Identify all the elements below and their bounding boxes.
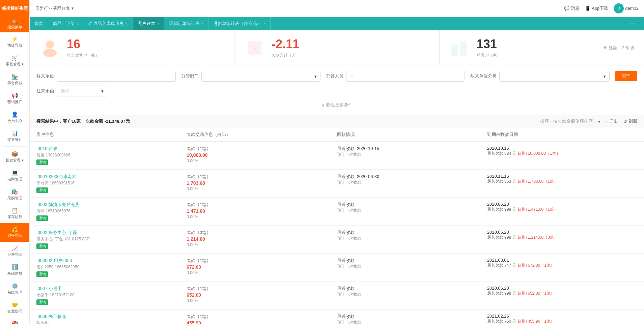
- customer-name-link[interactable]: [0006]去下粮仓: [36, 314, 187, 320]
- tab-minimize-button[interactable]: —: [630, 21, 635, 27]
- export-button[interactable]: ↑ 导出: [606, 118, 618, 124]
- sidebar-item-ecommerce[interactable]: 💻 电商管理: [0, 166, 29, 185]
- overdue-info: 最长欠款 747 天 超期¥672.00（1笔）: [487, 263, 637, 268]
- app-download-label: App下载: [592, 5, 608, 11]
- source-unit-input[interactable]: ···: [57, 71, 176, 82]
- message-button[interactable]: 💬 消息: [564, 5, 580, 11]
- tab-product-history-close[interactable]: ×: [126, 22, 128, 26]
- overdue-link[interactable]: 超期¥1,214.00（3笔）: [517, 235, 558, 240]
- overdue-link[interactable]: 超期¥1,471.00（1笔）: [517, 207, 558, 212]
- debt-count: 欠款（1笔）: [187, 202, 337, 208]
- debt-amount-icon: ¥: [245, 38, 265, 58]
- tab-purchase-stats[interactable]: 进货单统计表（按商品） ×: [208, 17, 271, 30]
- tab-customer-account[interactable]: 客户账本 ×: [133, 17, 164, 30]
- sidebar-item-operations[interactable]: 📈 经营管理: [0, 242, 29, 261]
- header-debt-info: 欠款交易信息（占比）: [187, 131, 337, 138]
- member-label: 会员中心: [1, 118, 28, 123]
- top-bar: 母婴行业演示账套 ▾ 💬 消息 📱 App下载 D demo2: [30, 0, 644, 17]
- tab-maximize-button[interactable]: □: [638, 21, 641, 27]
- customer-name-link[interactable]: [0016]吕俊: [36, 146, 187, 152]
- sidebar-item-purchase[interactable]: 🛍️ 采购管理: [0, 185, 29, 204]
- app-name: 母婴行业演示账套: [35, 5, 70, 11]
- sidebar-item-marketing[interactable]: 📢 营销推广: [0, 89, 29, 108]
- manager-group: 分管人员 ···: [326, 71, 465, 82]
- video-button[interactable]: 👁 视频: [603, 45, 618, 51]
- debt-amount[interactable]: 1,703.68: [187, 180, 337, 186]
- customer-name-link[interactable]: [0001020001]李老师: [36, 174, 187, 180]
- tab-product-history[interactable]: 产成品入库单历史 ×: [84, 17, 133, 30]
- customer-info-cell: [0001020001]李老师 李老师 18600391516 现销: [36, 174, 187, 193]
- sidebar-item-enterprise[interactable]: 🤝 企业协同: [0, 298, 29, 317]
- operations-label: 经营管理: [1, 252, 28, 257]
- debt-amount-number: -2.11: [272, 37, 300, 51]
- refresh-button[interactable]: ↺ 刷新: [623, 118, 637, 124]
- tab-customer-account-close[interactable]: ×: [157, 22, 159, 26]
- overdue-link[interactable]: 超期¥455.90（1笔）: [517, 319, 555, 324]
- sidebar-item-member[interactable]: 👤 会员中心: [0, 108, 29, 127]
- sidebar-item-retail-mall[interactable]: 🏪 零售商城: [0, 70, 29, 89]
- tab-purchase-order[interactable]: 采购订单统计表 ×: [164, 17, 209, 30]
- debt-customers-icon: [40, 38, 60, 58]
- collapse-button[interactable]: ∧ 收起更多条件: [36, 100, 637, 109]
- user-profile[interactable]: D demo2: [614, 3, 639, 13]
- manager-input[interactable]: ···: [346, 71, 465, 82]
- sidebar-item-quick-nav[interactable]: ⚡ 快捷导航: [0, 32, 29, 51]
- sidebar-item-finance[interactable]: 💰 资金管理: [0, 223, 29, 242]
- customer-name-link[interactable]: [0002]服务中心_丁磊: [36, 230, 187, 236]
- sidebar-item-guide[interactable]: 🎯 新手引导: [0, 317, 29, 324]
- sidebar-item-search[interactable]: 🔍 搜索菜单: [0, 17, 29, 32]
- table-row: [0002]服务中心_丁磊 服务中心_丁磊 181 0125 8371 现销 欠…: [30, 226, 644, 254]
- repayment-cell: 最近收款 预计下次收款: [337, 230, 487, 249]
- sidebar-item-retail-stats[interactable]: 📊 零售统计: [0, 127, 29, 146]
- sidebar-item-system[interactable]: ⚙️ 系统管理: [0, 279, 29, 298]
- debt-amount-result: 欠款金额 -21,148.07元: [86, 119, 130, 124]
- query-button[interactable]: 查询: [615, 71, 637, 81]
- debt-amount[interactable]: 1,214.00: [187, 236, 337, 242]
- remaining-select[interactable]: 选择... ▾: [57, 86, 107, 96]
- app-download-button[interactable]: 📱 App下载: [585, 5, 608, 11]
- customer-name-link[interactable]: [000002]用户2050: [36, 258, 187, 264]
- customer-contact: 海燕 18513066976: [36, 208, 187, 214]
- tab-purchase-order-close[interactable]: ×: [202, 22, 204, 26]
- debt-amount[interactable]: 10,000.00: [187, 152, 337, 158]
- content-area: 16 总欠款客户（家） ¥ -2.11 欠款合计（万）: [30, 30, 644, 324]
- overdue-link[interactable]: 超期¥10,000.00（1笔）: [517, 151, 560, 156]
- marketing-label: 营销推广: [1, 99, 28, 105]
- customer-info-cell: [0002]服务中心_丁磊 服务中心_丁磊 181 0125 8371 现销: [36, 230, 187, 249]
- debt-amount[interactable]: 652.00: [187, 292, 337, 298]
- unit-category-select[interactable]: ▾: [499, 71, 610, 82]
- help-button[interactable]: ? 帮助: [621, 45, 634, 51]
- customer-tag: 现销: [36, 271, 48, 277]
- debt-amount[interactable]: 672.00: [187, 264, 337, 270]
- customer-contact: 服务中心_丁磊 181 0125 8371: [36, 236, 187, 242]
- sidebar-item-wholesale[interactable]: 📦 批发管理 ▾: [0, 147, 29, 166]
- debt-amount[interactable]: 455.90: [187, 320, 337, 324]
- svg-text:¥: ¥: [253, 46, 256, 51]
- overdue-link[interactable]: 超期¥672.00（1笔）: [517, 263, 555, 268]
- total-customers-label: 总客户（家）: [477, 53, 501, 58]
- overdue-link[interactable]: 超期¥652.00（1笔）: [517, 291, 555, 296]
- remaining-arrow: ▾: [101, 89, 104, 94]
- basic-info-icon: ℹ️: [1, 264, 28, 270]
- debt-amount[interactable]: 1,471.00: [187, 208, 337, 214]
- debt-info-cell: 欠款（1笔） 1,471.00 0.00%: [187, 202, 337, 221]
- last-payment: 最近收款: [337, 258, 487, 264]
- customer-name-link[interactable]: [0003]畅捷服务尹海燕: [36, 202, 187, 208]
- sidebar-item-basic-info[interactable]: ℹ️ 基础信息: [0, 261, 29, 279]
- app-selector[interactable]: 母婴行业演示账套 ▾: [35, 5, 74, 11]
- sidebar-item-inventory[interactable]: 📋 库存核算: [0, 204, 29, 223]
- result-text: 搜索结果中，客户16家 欠款金额 -21,148.07元: [36, 118, 130, 124]
- collapse-icon: ∧: [321, 102, 325, 108]
- tab-home[interactable]: 首页: [30, 17, 48, 30]
- tab-product-listing-close[interactable]: ×: [77, 22, 79, 26]
- debt-percent: 0.00%: [187, 158, 337, 163]
- tab-purchase-stats-close[interactable]: ×: [263, 22, 265, 26]
- due-date: 2021.02.26: [487, 314, 637, 319]
- tab-product-listing[interactable]: 商品上下架 ×: [48, 17, 84, 30]
- overdue-link[interactable]: 超期¥1,703.68（1笔）: [517, 179, 558, 184]
- department-select[interactable]: ▾: [201, 71, 320, 82]
- due-date-cell: 2020.11.15 最长欠款 853 天 超期¥1,703.68（1笔）: [487, 174, 637, 193]
- sidebar-item-retail-management[interactable]: 🛒 零售管理 ▾: [0, 51, 29, 70]
- tab-customer-account-label: 客户账本: [138, 21, 155, 27]
- customer-name-link[interactable]: [0007]小进千: [36, 286, 187, 292]
